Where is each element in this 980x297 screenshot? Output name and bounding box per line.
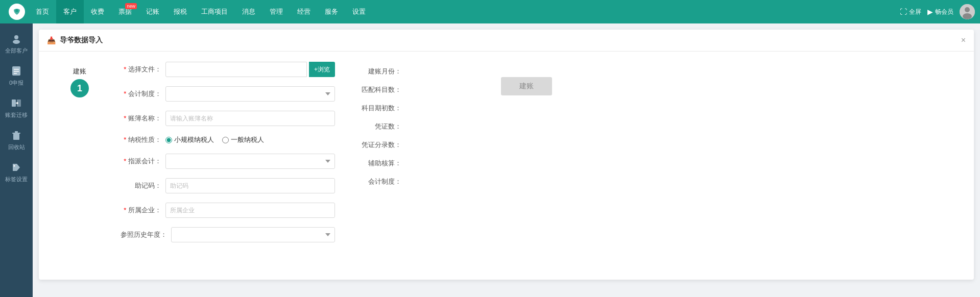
nav-item-operations[interactable]: 经营: [290, 0, 318, 23]
tax-type-label: 纳税性质：: [121, 135, 161, 144]
file-input-area: +浏览: [165, 62, 335, 77]
tag-icon: [10, 161, 22, 174]
vip-button[interactable]: ▶ 畅会员: [927, 8, 953, 16]
small-taxpayer-label: 小规模纳税人: [174, 135, 214, 144]
svg-point-5: [14, 35, 18, 39]
info-row-entries: 凭证分录数：: [355, 140, 468, 150]
logo: [5, 0, 29, 23]
company-input[interactable]: [165, 203, 335, 218]
file-row: 选择文件： +浏览: [121, 62, 335, 77]
fullscreen-icon: ⛶: [900, 8, 907, 16]
info-label-system: 会计制度：: [355, 177, 401, 186]
svg-point-1: [15, 9, 18, 12]
company-row: 所属企业：: [121, 203, 335, 218]
memo-code-row: 助记码：: [121, 178, 335, 193]
svg-rect-15: [15, 131, 18, 133]
info-label-auxiliary: 辅助核算：: [355, 159, 401, 168]
general-taxpayer-label: 一般纳税人: [231, 135, 264, 144]
step-section: 建账 1: [59, 62, 100, 242]
info-row-month: 建账月份：: [355, 67, 468, 76]
close-button[interactable]: ×: [961, 36, 966, 45]
svg-point-3: [965, 7, 970, 12]
fullscreen-button[interactable]: ⛶ 全屏: [900, 8, 921, 16]
nav-item-manage[interactable]: 管理: [262, 0, 290, 23]
main-layout: 全部客户 0申报 账套迁移: [0, 23, 980, 297]
nav-item-customers[interactable]: 客户: [56, 0, 84, 23]
ledger-name-label: 账簿名称：: [121, 114, 161, 123]
panel-title-icon: 📥: [47, 36, 56, 44]
svg-rect-10: [14, 73, 17, 74]
tax-type-radio-group: 小规模纳税人 一般纳税人: [165, 135, 264, 144]
sidebar: 全部客户 0申报 账套迁移: [0, 23, 33, 297]
browse-button[interactable]: +浏览: [309, 62, 335, 77]
accountant-select[interactable]: [165, 154, 335, 169]
form-section: 选择文件： +浏览 会计制度：: [121, 62, 335, 242]
nav-item-business[interactable]: 工商项目: [194, 0, 235, 23]
info-label-subjects: 匹配科目数：: [355, 85, 401, 94]
nav-item-home[interactable]: 首页: [29, 0, 56, 23]
company-label: 所属企业：: [121, 206, 161, 215]
nav-right: ⛶ 全屏 ▶ 畅会员: [900, 4, 975, 19]
general-taxpayer-option[interactable]: 一般纳税人: [222, 135, 264, 144]
sidebar-item-all-customers[interactable]: 全部客户: [0, 28, 33, 60]
nav-items: 首页 客户 收费 票据 new 记账 报税 工商项目 消息 管理 经营: [29, 0, 900, 23]
info-row-subject-opening: 科目期初数：: [355, 104, 468, 113]
nav-item-services[interactable]: 服务: [318, 0, 345, 23]
vip-icon: ▶: [927, 8, 933, 16]
nav-item-settings[interactable]: 设置: [345, 0, 373, 23]
panel-header: 📥 导爷数据导入 ×: [39, 30, 974, 52]
svg-point-16: [14, 165, 15, 167]
step-label: 建账: [73, 67, 86, 76]
info-label-entries: 凭证分录数：: [355, 140, 401, 150]
import-panel: 📥 导爷数据导入 × 建账 1 选择文件： +浏览: [39, 30, 974, 280]
content-area: 📥 导爷数据导入 × 建账 1 选择文件： +浏览: [33, 23, 980, 297]
avatar[interactable]: [960, 4, 975, 19]
svg-rect-11: [12, 100, 16, 107]
declaration-icon: [10, 65, 22, 77]
info-row-system: 会计制度：: [355, 177, 468, 186]
small-taxpayer-option[interactable]: 小规模纳税人: [165, 135, 214, 144]
history-year-label: 参照历史年度：: [121, 230, 167, 239]
memo-code-input[interactable]: [165, 178, 335, 193]
svg-rect-9: [14, 71, 19, 72]
info-row-subjects: 匹配科目数：: [355, 85, 468, 94]
sidebar-item-zero-declaration[interactable]: 0申报: [0, 60, 33, 92]
new-badge: new: [125, 3, 137, 9]
nav-item-messages[interactable]: 消息: [235, 0, 262, 23]
svg-rect-13: [13, 134, 19, 140]
sidebar-item-account-migration[interactable]: 账套迁移: [0, 92, 33, 124]
info-label-vouchers: 凭证数：: [355, 122, 401, 131]
nav-item-tax[interactable]: 报税: [166, 0, 194, 23]
history-year-row: 参照历史年度：: [121, 227, 335, 242]
svg-point-4: [963, 13, 972, 19]
svg-rect-8: [14, 69, 19, 70]
info-row-auxiliary: 辅助核算：: [355, 159, 468, 168]
action-column: 建账: [488, 62, 565, 242]
build-account-button[interactable]: 建账: [501, 77, 552, 95]
info-label-subject-opening: 科目期初数：: [355, 104, 401, 113]
svg-point-6: [13, 40, 20, 44]
ledger-name-row: 账簿名称：: [121, 111, 335, 126]
accounting-system-label: 会计制度：: [121, 89, 161, 98]
info-label-month: 建账月份：: [355, 67, 401, 76]
top-nav: 首页 客户 收费 票据 new 记账 报税 工商项目 消息 管理 经营: [0, 0, 980, 23]
sidebar-item-tag-settings[interactable]: 标签设置: [0, 156, 33, 188]
general-taxpayer-radio[interactable]: [222, 137, 229, 143]
nav-item-bookkeeping[interactable]: 记账: [139, 0, 166, 23]
memo-code-label: 助记码：: [121, 181, 161, 190]
file-input[interactable]: [165, 62, 307, 77]
nav-item-fees[interactable]: 收费: [84, 0, 111, 23]
accounting-system-select[interactable]: [165, 86, 335, 102]
ledger-name-input[interactable]: [165, 111, 335, 126]
panel-title: 导爷数据导入: [60, 36, 103, 45]
info-row-vouchers: 凭证数：: [355, 122, 468, 131]
nav-item-invoices[interactable]: 票据 new: [111, 0, 139, 23]
sidebar-item-recycle-bin[interactable]: 回收站: [0, 124, 33, 156]
all-customers-icon: [10, 33, 22, 45]
info-section: 建账月份： 匹配科目数： 科目期初数： 凭证数：: [355, 62, 468, 242]
small-taxpayer-radio[interactable]: [165, 137, 172, 143]
accountant-row: 指派会计：: [121, 154, 335, 169]
panel-body: 建账 1 选择文件： +浏览 会计制度：: [39, 52, 974, 253]
accountant-label: 指派会计：: [121, 157, 161, 166]
history-year-select[interactable]: [171, 227, 335, 242]
